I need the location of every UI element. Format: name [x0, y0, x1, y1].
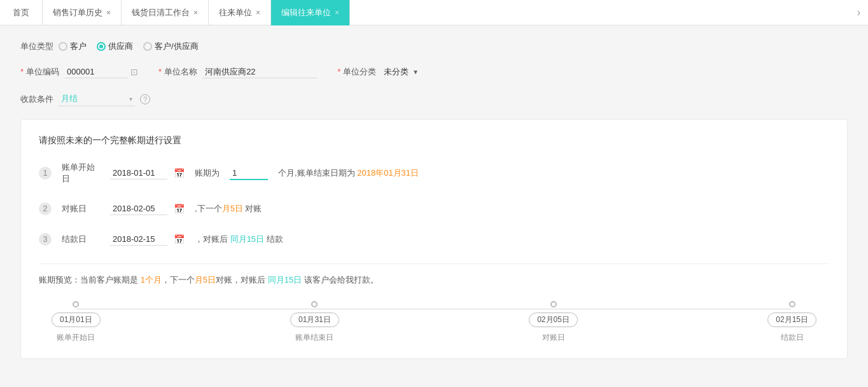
unit-name-group: *单位名称: [158, 66, 317, 78]
period-num-1: 1: [39, 167, 52, 179]
period-desc-suffix-1: 个月,账单结束日期为 2018年01月31日: [278, 167, 419, 179]
period-label-1: 账单开始日: [62, 162, 100, 185]
period-label-3: 结款日: [62, 234, 100, 245]
payment-day: 同月15日: [230, 234, 264, 244]
preview-payment: 同月15日: [268, 275, 302, 285]
period-months-input[interactable]: [230, 167, 268, 180]
payment-terms-dropdown[interactable]: 月结 ▾: [59, 92, 135, 106]
tab-cash-workbench-close[interactable]: ×: [193, 8, 198, 17]
payment-terms-group: 收款条件 月结 ▾ ?: [20, 92, 150, 106]
radio-supplier[interactable]: 供应商: [97, 41, 133, 52]
period-date-input-3[interactable]: [110, 233, 167, 246]
radio-both[interactable]: 客户/供应商: [143, 41, 199, 52]
timeline-dot-4: [789, 301, 795, 307]
period-row-2: 2 对账日 📅 ,下一个月5日 对账: [39, 202, 829, 215]
main-content: 单位类型 客户 供应商 客户/供应商 *单位编码: [0, 25, 868, 387]
timeline-node-2: 01月31日 账单结束日: [290, 301, 339, 343]
calendar-icon-1[interactable]: 📅: [174, 168, 185, 178]
timeline-node-1: 01月01日 账单开始日: [52, 301, 101, 343]
preview-text: 账期预览：当前客户账期是 1个月，下一个月5日对账，对账后 同月15日 该客户会…: [39, 274, 829, 286]
period-label-2: 对账日: [62, 203, 100, 215]
tab-cash-workbench[interactable]: 钱货日清工作台 ×: [122, 0, 209, 25]
form-info-row: *单位编码 ⊡ *单位名称 *单位分类 未分类 ▾: [20, 65, 848, 79]
tab-partner-label: 往来单位: [219, 7, 252, 18]
timeline-label-1: 账单开始日: [57, 332, 95, 343]
period-settings-card: 请按照未来的一个完整帐期进行设置 1 账单开始日 📅 账期为 个月,账单结束日期…: [20, 119, 848, 359]
tab-partner-close[interactable]: ×: [256, 8, 260, 17]
unit-classify-value: 未分类: [381, 65, 411, 79]
required-star-3: *: [337, 67, 340, 76]
calendar-icon-2[interactable]: 📅: [174, 204, 185, 214]
payment-terms-value: 月结: [59, 92, 127, 106]
tab-arrow[interactable]: ›: [850, 0, 868, 25]
timeline-badge-3: 02月05日: [529, 313, 578, 327]
timeline-badge-2: 01月31日: [290, 313, 339, 327]
tab-cash-workbench-label: 钱货日清工作台: [132, 7, 190, 18]
radio-both-label: 客户/供应商: [155, 41, 199, 52]
form-unit-type-row: 单位类型 客户 供应商 客户/供应商: [20, 41, 848, 52]
unit-name-label: *单位名称: [158, 66, 197, 78]
preview-section: 账期预览：当前客户账期是 1个月，下一个月5日对账，对账后 同月15日 该客户会…: [39, 264, 829, 343]
period-num-3: 3: [39, 233, 52, 246]
radio-both-circle: [143, 42, 152, 51]
tab-sales-history-label: 销售订单历史: [53, 7, 102, 18]
help-icon[interactable]: ?: [140, 94, 150, 104]
period-row-1: 1 账单开始日 📅 账期为 个月,账单结束日期为 2018年01月31日: [39, 162, 829, 185]
tab-home[interactable]: 首页: [0, 0, 43, 25]
tab-sales-history[interactable]: 销售订单历史 ×: [43, 0, 122, 25]
period-desc-2: ,下一个月5日 对账: [195, 203, 262, 215]
timeline-dot-3: [550, 301, 557, 307]
radio-group: 客户 供应商 客户/供应商: [59, 41, 199, 52]
period-date-wrapper-2: 📅: [110, 202, 185, 215]
tab-partner[interactable]: 往来单位 ×: [209, 0, 271, 25]
period-end-date: 2018年01月31日: [357, 168, 419, 178]
timeline-label-3: 对账日: [542, 332, 565, 343]
required-star-1: *: [20, 67, 24, 76]
timeline-node-4: 02月15日 结款日: [767, 301, 816, 343]
payment-terms-chevron: ▾: [127, 95, 135, 102]
preview-reconcile: 月5日: [195, 275, 216, 285]
timeline-badge-1: 01月01日: [52, 313, 101, 327]
unit-code-input[interactable]: [64, 66, 128, 78]
calendar-icon-3[interactable]: 📅: [174, 234, 185, 244]
tab-edit-partner-label: 编辑往来单位: [281, 7, 331, 18]
card-title: 请按照未来的一个完整帐期进行设置: [39, 135, 829, 146]
timeline-label-2: 账单结束日: [295, 332, 333, 343]
radio-customer-label: 客户: [70, 41, 87, 52]
unit-classify-chevron[interactable]: ▾: [411, 67, 420, 76]
period-num-2: 2: [39, 202, 52, 215]
unit-type-group: 单位类型 客户 供应商 客户/供应商: [20, 41, 199, 52]
payment-terms-label: 收款条件: [20, 94, 53, 105]
tab-edit-partner[interactable]: 编辑往来单位 ×: [271, 0, 350, 25]
period-desc-prefix-1: 账期为: [195, 167, 220, 179]
required-star-2: *: [158, 67, 162, 76]
form-payment-row: 收款条件 月结 ▾ ?: [20, 92, 848, 106]
unit-code-label: *单位编码: [20, 66, 59, 78]
unit-classify-wrapper: 未分类 ▾: [381, 65, 420, 79]
tab-sales-history-close[interactable]: ×: [106, 8, 111, 17]
period-row-3: 3 结款日 📅 ，对账后 同月15日 结款: [39, 233, 829, 246]
timeline-nodes: 01月01日 账单开始日 01月31日 账单结束日 02月05日 对账日: [52, 301, 816, 343]
period-desc-3: ，对账后 同月15日 结款: [195, 234, 283, 245]
unit-type-label: 单位类型: [20, 41, 53, 52]
preview-months: 1个月: [141, 275, 162, 285]
radio-customer[interactable]: 客户: [59, 41, 87, 52]
timeline-badge-4: 02月15日: [767, 313, 816, 327]
period-date-wrapper-3: 📅: [110, 233, 185, 246]
tab-bar: 首页 销售订单历史 × 钱货日清工作台 × 往来单位 × 编辑往来单位 × ›: [0, 0, 868, 25]
period-date-input-2[interactable]: [110, 202, 167, 215]
radio-customer-circle: [59, 42, 67, 51]
tab-edit-partner-close[interactable]: ×: [335, 8, 339, 17]
unit-code-input-wrapper: ⊡: [64, 66, 138, 78]
timeline-label-4: 结款日: [781, 332, 804, 343]
unit-code-group: *单位编码 ⊡: [20, 66, 138, 78]
reconcile-day: 月5日: [222, 204, 243, 213]
timeline-node-3: 02月05日 对账日: [529, 301, 578, 343]
unit-name-input[interactable]: [202, 66, 317, 78]
period-date-input-1[interactable]: [110, 167, 167, 179]
tab-home-label: 首页: [13, 7, 29, 18]
radio-supplier-label: 供应商: [108, 41, 133, 52]
period-date-wrapper-1: 📅: [110, 167, 185, 179]
unit-classify-label: *单位分类: [337, 66, 376, 78]
copy-icon[interactable]: ⊡: [130, 67, 138, 77]
